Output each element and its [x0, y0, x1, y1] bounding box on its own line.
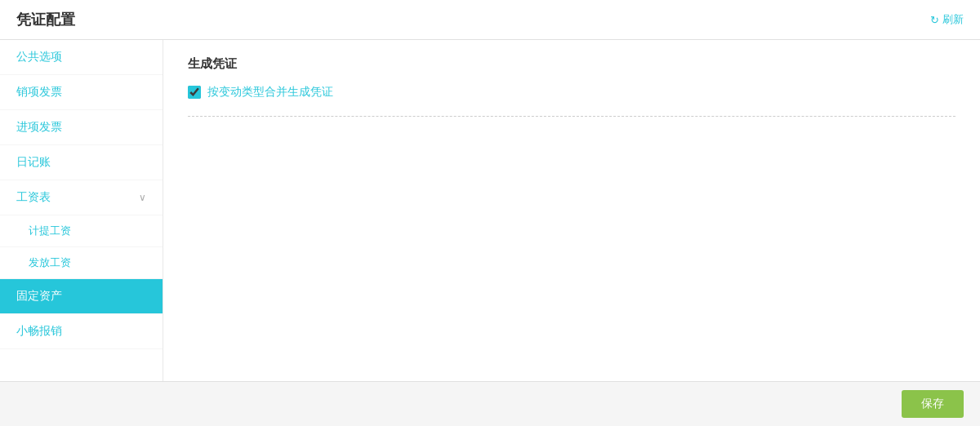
section-divider [188, 116, 956, 117]
sidebar-item-label: 日记账 [16, 155, 51, 168]
checkbox-row: 按变动类型合并生成凭证 [188, 85, 956, 100]
sidebar-item-label: 计提工资 [29, 224, 71, 237]
sidebar: 公共选项销项发票进项发票日记账工资表∨计提工资发放工资固定资产小畅报销 [0, 40, 163, 381]
page-wrapper: 凭证配置 ↻ 刷新 公共选项销项发票进项发票日记账工资表∨计提工资发放工资固定资… [0, 0, 980, 426]
save-button[interactable]: 保存 [902, 390, 964, 418]
main-content: 生成凭证 按变动类型合并生成凭证 [163, 40, 980, 381]
merge-by-type-checkbox[interactable] [188, 86, 201, 99]
header: 凭证配置 ↻ 刷新 [0, 0, 980, 40]
body-wrapper: 公共选项销项发票进项发票日记账工资表∨计提工资发放工资固定资产小畅报销 生成凭证… [0, 40, 980, 381]
chevron-down-icon: ∨ [139, 192, 146, 203]
sidebar-item-public-options[interactable]: 公共选项 [0, 40, 163, 75]
sidebar-item-purchase-invoice[interactable]: 进项发票 [0, 110, 163, 145]
footer: 保存 [0, 381, 980, 426]
refresh-button[interactable]: ↻ 刷新 [930, 12, 964, 27]
sidebar-item-label: 工资表 [16, 190, 51, 205]
sidebar-item-sales-invoice[interactable]: 销项发票 [0, 75, 163, 110]
section-title: 生成凭证 [188, 56, 956, 72]
sidebar-item-label: 小畅报销 [16, 324, 62, 337]
sidebar-item-salary-accrual[interactable]: 计提工资 [0, 215, 163, 247]
sidebar-item-label: 公共选项 [16, 50, 62, 63]
sidebar-item-label: 发放工资 [29, 256, 71, 268]
sidebar-item-fixed-assets[interactable]: 固定资产 [0, 279, 163, 314]
sidebar-item-payroll-table[interactable]: 工资表∨ [0, 180, 163, 215]
sidebar-item-journal[interactable]: 日记账 [0, 145, 163, 180]
checkbox-label[interactable]: 按变动类型合并生成凭证 [207, 85, 333, 100]
sidebar-item-label: 进项发票 [16, 120, 62, 133]
sidebar-item-label: 固定资产 [16, 289, 62, 302]
sidebar-item-label: 销项发票 [16, 85, 62, 98]
sidebar-item-petty-expense[interactable]: 小畅报销 [0, 314, 163, 349]
refresh-label: 刷新 [942, 12, 964, 27]
sidebar-item-salary-payment[interactable]: 发放工资 [0, 247, 163, 279]
refresh-icon: ↻ [930, 14, 939, 26]
page-title: 凭证配置 [16, 10, 75, 29]
